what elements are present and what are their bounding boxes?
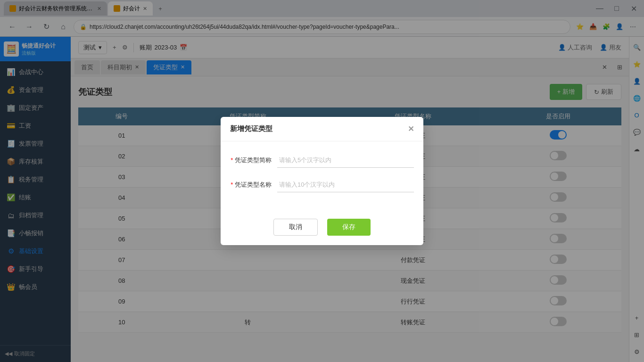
- cancel-button[interactable]: 取消: [273, 219, 318, 236]
- modal-close-btn[interactable]: ✕: [408, 124, 414, 133]
- full-name-label: 凭证类型名称: [230, 181, 277, 189]
- full-name-input[interactable]: [277, 177, 414, 192]
- short-name-label: 凭证类型简称: [230, 156, 277, 165]
- modal-body: 凭证类型简称 凭证类型名称: [221, 141, 423, 213]
- short-name-input[interactable]: [277, 153, 414, 168]
- full-name-row: 凭证类型名称: [230, 177, 414, 192]
- short-name-row: 凭证类型简称: [230, 153, 414, 168]
- modal-footer: 取消 保存: [221, 213, 423, 245]
- save-button[interactable]: 保存: [327, 219, 371, 236]
- modal-header: 新增凭证类型 ✕: [221, 117, 423, 141]
- modal-title: 新增凭证类型: [230, 124, 272, 133]
- add-voucher-modal: 新增凭证类型 ✕ 凭证类型简称 凭证类型名称 取消 保存: [221, 117, 423, 245]
- modal-overlay: 新增凭证类型 ✕ 凭证类型简称 凭证类型名称 取消 保存: [0, 0, 644, 362]
